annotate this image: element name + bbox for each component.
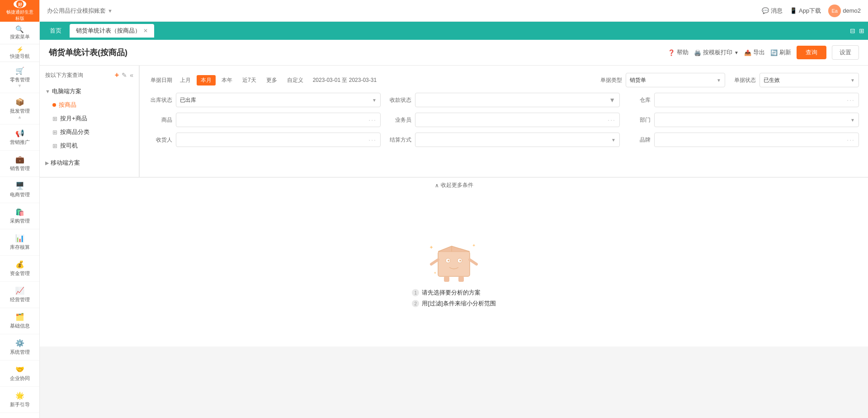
tab-minimize-icon[interactable]: ⊟ bbox=[850, 27, 855, 34]
brand-control[interactable]: ··· bbox=[654, 133, 859, 147]
group-collapsed-icon: ▶ bbox=[45, 160, 49, 166]
tab-sales-stat[interactable]: 销货单统计表（按商品） ✕ bbox=[70, 24, 154, 38]
svg-text:✦: ✦ bbox=[472, 243, 476, 248]
sidebar-item-inventory[interactable]: 📊 库存核算 bbox=[0, 229, 39, 256]
svg-rect-2 bbox=[438, 252, 470, 276]
help-icon: ❓ bbox=[668, 49, 675, 56]
date-tag-7days[interactable]: 近7天 bbox=[238, 75, 260, 86]
search-menu-item[interactable]: 🔍 搜索菜单 bbox=[0, 22, 39, 44]
main-content: 办公用品行业模拟账套 ▼ 💬 消息 📱 App下载 Ea demo2 首页 bbox=[40, 0, 868, 418]
sidebar-item-purchase[interactable]: 🛍️ 采购管理 bbox=[0, 203, 39, 229]
sidebar-item-wholesale[interactable]: 📦 批发管理 ▲ bbox=[0, 93, 39, 124]
quick-nav-item[interactable]: ⚡ 快捷导航 bbox=[0, 44, 39, 62]
filter-group-receipt: 收款状态 ▼ bbox=[388, 93, 620, 107]
receipt-control[interactable]: ▼ bbox=[415, 93, 620, 107]
scheme-group-desktop: ▼ 电脑端方案 按商品 ⊞ 按月+商品 ⊞ 按商品分类 bbox=[40, 83, 139, 154]
stock-control[interactable]: 已出库 ▼ bbox=[176, 93, 381, 107]
sidebar-item-basic[interactable]: 🗂️ 基础信息 bbox=[0, 308, 39, 334]
message-button[interactable]: 💬 消息 bbox=[762, 7, 783, 15]
status-control[interactable]: 已生效 ▼ bbox=[760, 73, 859, 87]
operations-icon: 📈 bbox=[15, 286, 24, 295]
sidebar-item-ecommerce[interactable]: 🖥️ 电商管理 bbox=[0, 177, 39, 203]
type-label: 单据类型 bbox=[599, 76, 626, 84]
purchase-icon: 🛍️ bbox=[15, 208, 24, 216]
sidebar-item-cooperation[interactable]: 🤝 企业协同 bbox=[0, 361, 39, 387]
export-button[interactable]: 📤 导出 bbox=[744, 48, 765, 57]
filter-group-date: 单据日期 上月 本月 本年 近7天 更多 自定义 2023-03-01 至 20… bbox=[149, 75, 591, 86]
date-tag-this-year[interactable]: 本年 bbox=[217, 75, 236, 86]
product-dots-icon: ··· bbox=[368, 116, 377, 124]
payment-control[interactable]: ▼ bbox=[415, 133, 620, 147]
warehouse-dots-icon: ··· bbox=[847, 96, 855, 104]
date-tag-custom[interactable]: 自定义 bbox=[283, 75, 307, 86]
print-icon: 🖨️ bbox=[694, 49, 701, 56]
sidebar-item-finance[interactable]: 💰 资金管理 bbox=[0, 256, 39, 282]
dept-control[interactable]: ▼ bbox=[654, 113, 859, 127]
tab-home[interactable]: 首页 bbox=[43, 24, 68, 38]
tab-maximize-icon[interactable]: ⊞ bbox=[859, 27, 864, 34]
scheme-item-by-month-product[interactable]: ⊞ 按月+商品 bbox=[40, 112, 139, 125]
filter-group-staff: 业务员 ··· bbox=[388, 113, 620, 127]
scheme-item-by-driver[interactable]: ⊞ 按司机 bbox=[40, 139, 139, 152]
sidebar-item-guide[interactable]: 🌟 新手引导 bbox=[0, 387, 39, 413]
guide-icon: 🌟 bbox=[15, 391, 24, 400]
account-dropdown[interactable]: 办公用品行业模拟账套 ▼ bbox=[47, 7, 113, 15]
filter-group-warehouse: 仓库 ··· bbox=[627, 93, 859, 107]
warehouse-label: 仓库 bbox=[627, 96, 654, 104]
date-tag-last-month[interactable]: 上月 bbox=[176, 75, 195, 86]
cooperation-icon: 🤝 bbox=[15, 365, 24, 374]
product-label: 商品 bbox=[149, 116, 176, 124]
filter-body: 按以下方案查询 + ✎ « ▼ 电脑端方案 按商品 bbox=[40, 66, 868, 177]
sidebar-item-sales[interactable]: 💼 销售管理 bbox=[0, 151, 39, 177]
user-profile[interactable]: Ea demo2 bbox=[828, 5, 861, 17]
staff-control[interactable]: ··· bbox=[415, 113, 620, 127]
payment-dropdown-icon: ▼ bbox=[611, 138, 616, 142]
scheme-group-desktop-title[interactable]: ▼ 电脑端方案 bbox=[40, 85, 139, 98]
avatar: Ea bbox=[828, 5, 841, 17]
sidebar-item-marketing[interactable]: 📢 营销推广 bbox=[0, 124, 39, 151]
scheme-group-mobile-title[interactable]: ▶ 移动端方案 bbox=[40, 156, 139, 170]
page-actions: ❓ 帮助 🖨️ 按模板打印 ▼ 📤 导出 🔄 刷新 查询 设置 bbox=[668, 45, 859, 65]
scheme-add-icon[interactable]: + bbox=[115, 71, 119, 79]
app-download-button[interactable]: 📱 App下载 bbox=[790, 7, 821, 15]
settings-button[interactable]: 设置 bbox=[832, 45, 859, 60]
product-control[interactable]: ··· bbox=[176, 113, 381, 127]
sidebar: 好 畅捷通好生意 标版 🔍 搜索菜单 ⚡ 快捷导航 🛒 零售管理 ▼ 📦 批发管… bbox=[0, 0, 40, 418]
dept-dropdown-icon: ▼ bbox=[850, 118, 855, 123]
date-tag-this-month[interactable]: 本月 bbox=[197, 75, 216, 86]
date-tag-more[interactable]: 更多 bbox=[262, 75, 281, 86]
svg-point-6 bbox=[459, 260, 461, 261]
scheme-item-by-category[interactable]: ⊞ 按商品分类 bbox=[40, 125, 139, 139]
collapse-bar[interactable]: ∧ 收起更多条件 bbox=[40, 177, 868, 193]
filter-group-payment: 结算方式 ▼ bbox=[388, 133, 620, 147]
grid-icon: ⊞ bbox=[52, 115, 57, 122]
sidebar-item-operations[interactable]: 📈 经营管理 bbox=[0, 282, 39, 308]
system-icon: ⚙️ bbox=[15, 339, 24, 347]
chevron-down-icon: ▼ bbox=[108, 8, 113, 14]
tab-bar: 首页 销货单统计表（按商品） ✕ ⊟ ⊞ bbox=[40, 22, 868, 40]
sidebar-item-appcenter[interactable]: 📱 应用中心 bbox=[0, 413, 39, 418]
svg-rect-8 bbox=[458, 276, 464, 282]
tab-expand-controls: ⊟ ⊞ bbox=[850, 27, 864, 34]
retail-icon: 🛒 bbox=[15, 66, 24, 75]
filter-row-1: 单据日期 上月 本月 本年 近7天 更多 自定义 2023-03-01 至 20… bbox=[149, 73, 859, 87]
warehouse-control[interactable]: ··· bbox=[654, 93, 859, 107]
query-button[interactable]: 查询 bbox=[797, 46, 826, 59]
sidebar-item-system[interactable]: ⚙️ 系统管理 bbox=[0, 334, 39, 361]
scheme-header-actions: + ✎ « bbox=[115, 71, 133, 79]
filter-group-product: 商品 ··· bbox=[149, 113, 381, 127]
scheme-collapse-icon[interactable]: « bbox=[130, 71, 133, 79]
receiver-control[interactable]: ··· bbox=[176, 133, 381, 147]
payment-label: 结算方式 bbox=[388, 136, 415, 144]
help-button[interactable]: ❓ 帮助 bbox=[668, 48, 689, 57]
print-button[interactable]: 🖨️ 按模板打印 ▼ bbox=[694, 48, 739, 57]
tab-close-icon[interactable]: ✕ bbox=[143, 28, 148, 34]
scheme-header: 按以下方案查询 + ✎ « bbox=[40, 71, 139, 83]
scheme-item-by-product[interactable]: 按商品 bbox=[40, 98, 139, 112]
refresh-button[interactable]: 🔄 刷新 bbox=[770, 48, 791, 57]
scheme-edit-icon[interactable]: ✎ bbox=[122, 71, 127, 79]
sidebar-item-retail[interactable]: 🛒 零售管理 ▼ bbox=[0, 62, 39, 93]
type-control[interactable]: 销货单 ▼ bbox=[626, 73, 725, 87]
filter-group-status: 单据状态 已生效 ▼ bbox=[732, 73, 859, 87]
svg-point-5 bbox=[448, 260, 449, 261]
